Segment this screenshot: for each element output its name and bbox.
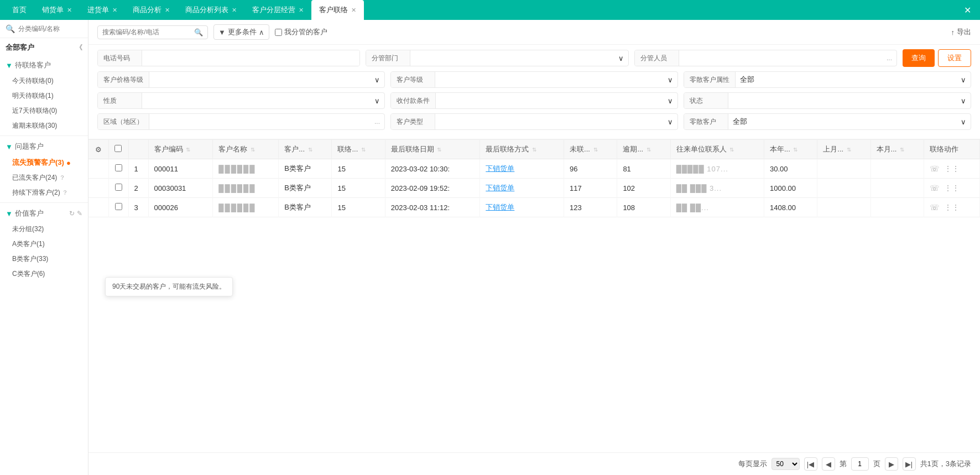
window-close-btn[interactable]: ✕ [960, 5, 976, 15]
nature-select[interactable]: ∨ [142, 97, 384, 105]
my-customers-checkbox-label[interactable]: 我分管的客户 [275, 27, 327, 37]
page-input[interactable] [851, 457, 869, 471]
per-page-select[interactable]: 50 100 200 [772, 458, 800, 470]
filter-more-btn[interactable]: ▼ 更多条件 ∧ [213, 24, 269, 40]
th-last-month[interactable]: 上月... ⇅ [817, 140, 870, 159]
table-container: 90天未交易的客户，可能有流失风险。 ⚙ 客户编码 ⇅ 客户名称 ⇅ 客户...… [88, 140, 980, 452]
grade-select[interactable]: ∨ [435, 76, 677, 84]
person-dots-btn[interactable]: ... [882, 54, 896, 62]
export-btn[interactable]: ↑ 导出 [951, 27, 972, 37]
action-call-icon-2[interactable]: ☏ [930, 203, 940, 212]
person-input[interactable] [679, 50, 882, 66]
tab-analysis-list[interactable]: 商品分析列表 ✕ [178, 0, 244, 20]
last-page-btn[interactable]: ▶| [903, 457, 916, 471]
sidebar-all-customers-header[interactable]: 全部客户 《 [0, 38, 88, 57]
status-select[interactable]: ∨ [728, 97, 971, 105]
region-dots-btn[interactable]: ... [370, 118, 384, 126]
filter-field-status: 状态 ∨ [684, 92, 971, 109]
th-last-contact-date[interactable]: 最后联络日期 ⇅ [385, 140, 480, 159]
dept-select[interactable]: ∨ [410, 54, 628, 62]
td-this-month-2 [870, 198, 924, 217]
th-type[interactable]: 客户... ⇅ [279, 140, 332, 159]
td-index-2: 3 [128, 198, 148, 217]
value-edit-icon[interactable]: ✎ [77, 210, 82, 217]
sidebar-item-tomorrow[interactable]: 明天待联络(1) [0, 88, 88, 103]
sidebar-item-churned[interactable]: 已流失客户(24) ？ [0, 170, 88, 185]
tab-analysis[interactable]: 商品分析 ✕ [125, 0, 178, 20]
tab-close-customer-seg[interactable]: ✕ [299, 7, 304, 14]
query-button[interactable]: 查询 [903, 49, 935, 67]
main-layout: 🔍 全部客户 《 ▼ 待联络客户 今天待联络(0) 明天待联络(1) 近7天待联… [0, 20, 980, 475]
filter-field-phone: 电话号码 [97, 50, 360, 66]
sidebar-group-pending[interactable]: ▼ 待联络客户 [0, 57, 88, 74]
sidebar-item-today[interactable]: 今天待联络(0) [0, 74, 88, 88]
th-contact[interactable]: 联络... ⇅ [332, 140, 385, 159]
zero-customer-select[interactable]: 全部 ∨ [728, 117, 971, 127]
first-page-btn[interactable]: |◀ [804, 457, 817, 471]
sidebar-item-b-class[interactable]: B类客户(33) [0, 252, 88, 267]
filter-search-icon[interactable]: 🔍 [194, 28, 203, 36]
value-refresh-icon[interactable]: ↻ [69, 210, 75, 217]
sidebar-item-week[interactable]: 近7天待联络(0) [0, 103, 88, 118]
td-last-contact-way-2: 下销货单 [480, 198, 564, 217]
my-customers-checkbox[interactable] [275, 29, 282, 36]
sidebar-item-declining[interactable]: 持续下滑客户(2) ？ [0, 185, 88, 200]
th-this-month[interactable]: 本月... ⇅ [870, 140, 924, 159]
tab-close-purchase[interactable]: ✕ [112, 7, 117, 14]
tab-customer-seg[interactable]: 客户分层经营 ✕ [244, 0, 311, 20]
td-last-month-1 [817, 179, 870, 198]
sidebar-item-a-class[interactable]: A类客户(1) [0, 237, 88, 252]
select-all-checkbox[interactable] [114, 145, 122, 152]
tab-customer-contact[interactable]: 客户联络 ✕ [311, 0, 364, 20]
th-this-year[interactable]: 本年... ⇅ [764, 140, 817, 159]
setting-button[interactable]: 设置 [938, 49, 971, 67]
zero-attr-select[interactable]: 全部 ∨ [736, 75, 971, 85]
row-checkbox-2[interactable] [115, 203, 122, 210]
row-checkbox-0[interactable] [115, 164, 122, 171]
row-checkbox-1[interactable] [115, 184, 122, 191]
sidebar-item-overdue-contact[interactable]: 逾期未联络(30) [0, 118, 88, 133]
th-company-contact[interactable]: 往来单位联系人 ⇅ [670, 140, 764, 159]
sidebar-group-problem[interactable]: ▼ 问题客户 [0, 138, 88, 155]
sidebar-group-value[interactable]: ▼ 价值客户 ↻ ✎ [0, 205, 88, 222]
adv-filter-row-3: 性质 ∨ 收付款条件 ∨ 状态 [97, 92, 971, 109]
tab-close-analysis[interactable]: ✕ [165, 7, 170, 14]
action-call-icon-0[interactable]: ☏ [930, 164, 940, 173]
tab-close-analysis-list[interactable]: ✕ [232, 7, 237, 14]
th-code[interactable]: 客户编码 ⇅ [148, 140, 213, 159]
price-level-select[interactable]: ∨ [149, 76, 384, 84]
action-more-icon-1[interactable]: ⋮⋮ [944, 184, 960, 192]
sidebar-collapse-btn[interactable]: 《 [76, 43, 82, 53]
td-last-month-2 [817, 198, 870, 217]
th-name[interactable]: 客户名称 ⇅ [213, 140, 279, 159]
pagination-bar: 每页显示 50 100 200 |◀ ◀ 第 页 ▶ ▶| 共1页，3条记录 [88, 452, 980, 475]
th-last-contact-way[interactable]: 最后联络方式 ⇅ [480, 140, 564, 159]
tooltip-churn-warning: 90天未交易的客户，可能有流失风险。 [105, 277, 233, 296]
sidebar-item-unsorted[interactable]: 未分组(32) [0, 222, 88, 237]
action-more-icon-0[interactable]: ⋮⋮ [944, 164, 960, 173]
td-last-contact-date-1: 2023-02-09 19:52: [385, 179, 480, 198]
tab-close-sales[interactable]: ✕ [67, 7, 72, 14]
sidebar-item-c-class[interactable]: C类客户(6) [0, 267, 88, 281]
tab-sales[interactable]: 销货单 ✕ [34, 0, 80, 20]
tab-purchase[interactable]: 进货单 ✕ [80, 0, 125, 20]
th-uncontact[interactable]: 未联... ⇅ [564, 140, 617, 159]
next-page-btn[interactable]: ▶ [885, 457, 898, 471]
th-settings[interactable]: ⚙ [88, 140, 108, 159]
customer-type-select[interactable]: ∨ [435, 118, 677, 126]
filter-field-zero-customer: 零散客户 全部 ∨ [684, 113, 971, 130]
th-overdue[interactable]: 逾期... ⇅ [617, 140, 670, 159]
action-more-icon-2[interactable]: ⋮⋮ [944, 203, 960, 212]
prev-page-btn[interactable]: ◀ [822, 457, 835, 471]
payment-select[interactable]: ∨ [436, 97, 677, 105]
td-type-1: B类客户 [279, 179, 332, 198]
sidebar-item-churn-warning[interactable]: 流失预警客户(3) ● [0, 155, 88, 170]
sidebar-search-input[interactable] [18, 25, 88, 33]
tab-close-customer-contact[interactable]: ✕ [351, 7, 356, 14]
filter-search-input[interactable] [102, 28, 191, 36]
phone-input[interactable] [142, 50, 359, 66]
adv-filter-row-2: 客户价格等级 ∨ 客户等级 ∨ 零散客户属性 全部 [97, 71, 971, 88]
price-level-chevron-icon: ∨ [374, 76, 380, 84]
action-call-icon-1[interactable]: ☏ [930, 184, 940, 192]
tab-home[interactable]: 首页 [4, 0, 34, 20]
